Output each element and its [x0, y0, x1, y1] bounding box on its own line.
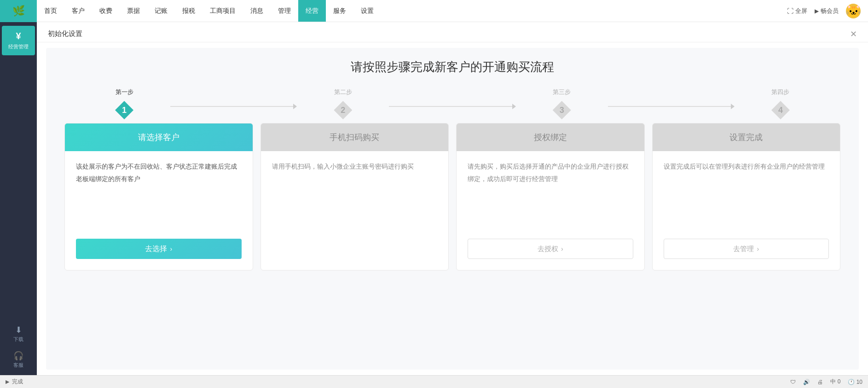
go-select-button[interactable]: 去选择 › — [76, 239, 242, 259]
nav-item-service[interactable]: 服务 — [326, 0, 353, 22]
status-bar: ▶ 完成 🛡 🔊 🖨 中 0 🕐 10 — [0, 375, 868, 388]
cards-row: 请选择客户 该处展示的客户为不在回收站、客户状态正常建账后完成老板端绑定的所有客… — [64, 123, 840, 270]
connector-1 — [170, 88, 297, 109]
sidebar-item-label: 经营管理 — [8, 43, 29, 50]
card-step-3: 授权绑定 请先购买，购买后选择开通的产品中的企业用户进行授权绑定，成功后即可进行… — [456, 123, 645, 270]
step-2-label: 第二步 — [334, 88, 352, 96]
steps-indicator: 第一步 1 第二步 2 — [64, 88, 840, 119]
card-3-header: 授权绑定 — [457, 123, 644, 151]
arrow-icon-3: › — [561, 245, 563, 253]
vip-button[interactable]: ▶ 畅会员 — [815, 7, 839, 15]
close-button[interactable]: ✕ — [850, 30, 857, 38]
step-3-label: 第三步 — [553, 88, 571, 96]
nav-item-bills[interactable]: 票据 — [120, 0, 147, 22]
flow-title: 请按照步骤完成新客户的开通购买流程 — [64, 59, 840, 75]
nav-item-message[interactable]: 消息 — [243, 0, 271, 22]
nav-item-fee[interactable]: 收费 — [92, 0, 120, 22]
go-manage-button[interactable]: 去管理 › — [664, 239, 829, 259]
nav-item-bookkeeping[interactable]: 记账 — [147, 0, 175, 22]
step-4-circle: 4 — [771, 101, 790, 119]
page-title: 初始化设置 — [48, 29, 82, 38]
step-3-circle: 3 — [553, 101, 571, 119]
step-4-label: 第四步 — [771, 88, 789, 96]
clock-icon: 🕐 10 — [848, 379, 862, 385]
step-3-wrapper: 第三步 3 — [516, 88, 608, 119]
nav-item-manage[interactable]: 管理 — [271, 0, 298, 22]
logo: 🌿 — [0, 0, 37, 22]
step-2-circle: 2 — [334, 101, 352, 119]
sidebar-download[interactable]: ⬇ 下载 — [2, 322, 35, 346]
fullscreen-icon: ⛶ — [787, 7, 793, 15]
status-bar-right: 🛡 🔊 🖨 中 0 🕐 10 — [790, 378, 862, 386]
nav-item-client[interactable]: 客户 — [64, 0, 92, 22]
card-2-header: 手机扫码购买 — [261, 123, 449, 151]
fullscreen-label: 全屏 — [795, 7, 807, 15]
card-1-body: 该处展示的客户为不在回收站、客户状态正常建账后完成老板端绑定的所有客户 — [65, 151, 253, 231]
page-header: 初始化设置 ✕ — [37, 22, 868, 42]
logo-icon: 🌿 — [12, 5, 25, 17]
step-4-wrapper: 第四步 4 — [735, 88, 827, 119]
card-4-footer: 去管理 › — [653, 231, 840, 270]
play-icon: ▶ — [815, 8, 819, 14]
card-3-footer: 去授权 › — [457, 231, 644, 270]
step-2-wrapper: 第二步 2 — [297, 88, 389, 119]
card-2-footer — [261, 252, 449, 270]
arrow-icon: › — [170, 245, 172, 253]
card-3-body: 请先购买，购买后选择开通的产品中的企业用户进行授权绑定，成功后即可进行经营管理 — [457, 151, 644, 231]
nav-item-operation[interactable]: 经营 — [298, 0, 326, 22]
sidebar-service[interactable]: 🎧 客服 — [2, 347, 35, 371]
nav-item-business[interactable]: 工商项目 — [203, 0, 243, 22]
card-step-2: 手机扫码购买 请用手机扫码，输入小微企业主账号密码进行购买 — [260, 123, 449, 270]
card-step-1: 请选择客户 该处展示的客户为不在回收站、客户状态正常建账后完成老板端绑定的所有客… — [64, 123, 253, 270]
arrow-icon-4: › — [757, 245, 759, 253]
nav-item-settings[interactable]: 设置 — [353, 0, 381, 22]
download-icon: ⬇ — [15, 325, 22, 335]
status-text: 完成 — [12, 378, 23, 386]
sidebar: ¥ 经营管理 ⬇ 下载 🎧 客服 — [0, 22, 37, 375]
main-content: 初始化设置 ✕ 请按照步骤完成新客户的开通购买流程 第一步 1 — [37, 22, 868, 375]
card-1-header: 请选择客户 — [65, 123, 253, 151]
connector-3 — [608, 88, 735, 109]
sidebar-item-operation[interactable]: ¥ 经营管理 — [2, 26, 35, 55]
step-1-wrapper: 第一步 1 — [78, 88, 170, 119]
card-1-footer: 去选择 › — [65, 231, 253, 270]
volume-icon: 🔊 — [803, 379, 810, 385]
step-1-label: 第一步 — [116, 88, 133, 96]
card-step-4: 设置完成 设置完成后可以在管理列表进行所有企业用户的经营管理 去管理 › — [652, 123, 841, 270]
yuan-icon: ¥ — [16, 31, 21, 41]
nav-right: ⛶ 全屏 ▶ 畅会员 🐱 — [787, 4, 868, 18]
headset-icon: 🎧 — [13, 351, 23, 361]
shield-icon: 🛡 — [790, 379, 796, 385]
nav-item-tax[interactable]: 报税 — [175, 0, 203, 22]
vip-label: 畅会员 — [821, 7, 839, 15]
go-authorize-button[interactable]: 去授权 › — [468, 239, 633, 259]
print-icon: 🖨 — [817, 379, 823, 385]
fullscreen-button[interactable]: ⛶ 全屏 — [787, 7, 807, 15]
connector-2 — [389, 88, 515, 109]
input-method: 中 0 — [830, 378, 840, 386]
avatar[interactable]: 🐱 — [846, 4, 861, 18]
step-1-circle: 1 — [115, 101, 133, 119]
card-4-header: 设置完成 — [653, 123, 840, 151]
nav-item-home[interactable]: 首页 — [37, 0, 64, 22]
content-area: 请按照步骤完成新客户的开通购买流程 第一步 1 第二步 2 — [46, 48, 859, 370]
card-4-body: 设置完成后可以在管理列表进行所有企业用户的经营管理 — [653, 151, 840, 231]
play-status-icon: ▶ — [6, 379, 9, 385]
nav-items: 首页 客户 收费 票据 记账 报税 工商项目 消息 管理 经营 服务 设置 — [37, 0, 787, 22]
card-2-body: 请用手机扫码，输入小微企业主账号密码进行购买 — [261, 151, 449, 252]
